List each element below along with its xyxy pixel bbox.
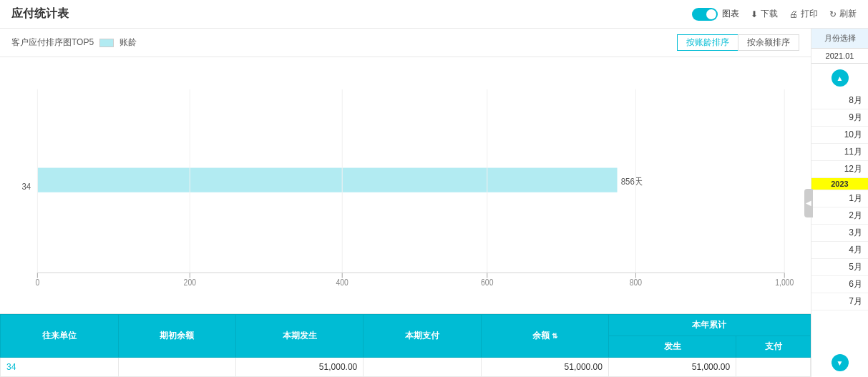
sidebar-item-oct[interactable]: 10月 [811,127,868,144]
col-ytd-parent-header: 本年累计 [608,315,810,336]
chart-svg: 34 856天 0 200 400 600 [11,63,799,308]
download-label: 下载 [761,8,778,20]
sidebar-months: 8月 9月 10月 11月 12月 2023 1月 2月 3月 4月 5月 6月… [811,92,868,348]
unit-link[interactable]: 34 [6,362,16,372]
sidebar-item-mar[interactable]: 3月 [811,225,868,242]
legend-text: 客户应付排序图TOP5 [11,36,94,49]
sidebar-scroll-down-button[interactable]: ▼ [832,354,849,371]
sidebar-year-2023: 2023 [811,178,868,190]
svg-text:400: 400 [336,278,348,288]
sidebar: ◀ 月份选择 2021.01 ▲ 8月 9月 10月 11月 12月 2023 … [811,29,868,377]
col-unit-header: 往来单位 [1,315,119,358]
sidebar-item-feb[interactable]: 2月 [811,207,868,225]
sort-by-age-button[interactable]: 按账龄排序 [677,34,738,51]
chart-toggle-wrap: 图表 [692,8,739,21]
chart-toggle-label: 图表 [722,8,739,20]
sidebar-current-date: 2021.01 [811,49,868,64]
svg-text:1,000: 1,000 [775,278,794,288]
download-button[interactable]: ⬇ 下载 [751,8,778,20]
table-row: 34 51,000.00 51,000.00 51,000.00 [1,358,811,377]
col-opening-header: 期初余额 [118,315,236,358]
refresh-icon: ↻ [829,9,837,19]
sidebar-item-sep[interactable]: 9月 [811,109,868,127]
sort-icon: ⇅ [552,332,557,340]
col-balance-header: 余额 ⇅ [481,315,608,358]
svg-text:600: 600 [481,278,493,288]
svg-text:856天: 856天 [621,176,643,187]
sort-by-amount-button[interactable]: 按余额排序 [738,34,799,51]
cell-ytd-pay [736,358,811,377]
header-actions: 图表 ⬇ 下载 🖨 打印 ↻ 刷新 [692,8,857,21]
legend-box [99,39,114,47]
sidebar-item-may[interactable]: 5月 [811,259,868,276]
col-ytd-occur-header: 发生 [608,336,736,358]
cell-balance: 51,000.00 [481,358,608,377]
print-label: 打印 [801,8,818,20]
print-icon: 🖨 [789,9,798,19]
data-table: 往来单位 期初余额 本期发生 本期支付 余额 ⇅ 本年累计 发生 [0,314,811,377]
sidebar-item-jul[interactable]: 7月 [811,293,868,310]
cell-pay [364,358,482,377]
sidebar-item-jun[interactable]: 6月 [811,276,868,293]
refresh-label: 刷新 [839,8,857,20]
cell-ytd-occur: 51,000.00 [608,358,736,377]
sidebar-item-jan[interactable]: 1月 [811,190,868,207]
svg-text:200: 200 [184,278,196,288]
sidebar-item-nov[interactable]: 11月 [811,144,868,161]
col-pay-header: 本期支付 [364,315,482,358]
chart-area: 客户应付排序图TOP5 账龄 按账龄排序 按余额排序 34 856天 [0,29,811,377]
refresh-button[interactable]: ↻ 刷新 [829,8,857,20]
table-area: 往来单位 期初余额 本期发生 本期支付 余额 ⇅ 本年累计 发生 [0,313,811,377]
svg-rect-1 [37,168,617,192]
chart-sort: 按账龄排序 按余额排序 [677,34,799,51]
svg-text:0: 0 [35,278,39,288]
download-icon: ⬇ [751,9,758,19]
chart-wrapper: 34 856天 0 200 400 600 [0,57,811,313]
cell-occur: 51,000.00 [236,358,364,377]
main-content: 客户应付排序图TOP5 账龄 按账龄排序 按余额排序 34 856天 [0,29,868,377]
chart-toggle[interactable] [692,8,718,21]
sidebar-title: 月份选择 [811,29,868,49]
app-container: 应付统计表 图表 ⬇ 下载 🖨 打印 ↻ 刷新 [0,0,868,377]
legend-label: 账龄 [120,36,137,49]
col-ytd-pay-header: 支付 [736,336,811,358]
sidebar-collapse-button[interactable]: ◀ [804,189,813,217]
header: 应付统计表 图表 ⬇ 下载 🖨 打印 ↻ 刷新 [0,0,868,29]
sidebar-item-aug[interactable]: 8月 [811,92,868,109]
chart-legend: 客户应付排序图TOP5 账龄 [11,36,137,49]
sidebar-scroll-up-button[interactable]: ▲ [832,69,849,87]
cell-unit: 34 [1,358,119,377]
svg-text:34: 34 [21,181,31,192]
cell-opening [118,358,236,377]
sidebar-item-apr[interactable]: 4月 [811,242,868,259]
col-occur-header: 本期发生 [236,315,364,358]
page-title: 应付统计表 [11,6,69,21]
sidebar-item-dec[interactable]: 12月 [811,161,868,178]
svg-text:800: 800 [630,278,642,288]
print-button[interactable]: 🖨 打印 [789,8,818,20]
chart-header: 客户应付排序图TOP5 账龄 按账龄排序 按余额排序 [0,29,811,57]
